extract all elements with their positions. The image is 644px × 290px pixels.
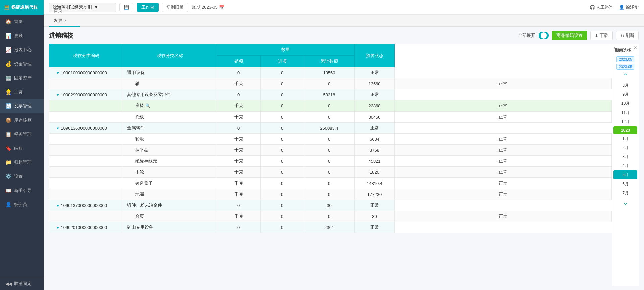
- panel-title: 期间选择: [615, 48, 631, 53]
- sidebar-item-2[interactable]: 📈报表中心: [0, 43, 44, 57]
- cell-purchase-13: 0: [304, 211, 355, 222]
- month-item-9[interactable]: 4月: [613, 161, 637, 170]
- sidebar-item-9[interactable]: 🔖结账: [0, 141, 44, 155]
- cell-purchase-14: 0: [261, 222, 304, 233]
- cell-status-2: 正常: [355, 89, 395, 100]
- sidebar-item-12[interactable]: 📖新手引导: [0, 184, 44, 198]
- month-item-1[interactable]: 9月: [613, 90, 637, 99]
- cell-code-13: [49, 211, 123, 222]
- sidebar-icon-4: 🏢: [5, 75, 11, 81]
- cell-status-13: 正常: [395, 211, 612, 222]
- calendar-icon[interactable]: 📅: [219, 5, 224, 10]
- cell-status-14: 正常: [355, 222, 395, 233]
- sidebar-item-6[interactable]: 🧾发票管理: [0, 99, 44, 113]
- expand-arrow-12[interactable]: ▼: [56, 204, 60, 208]
- sidebar-item-7[interactable]: 📦库存核算: [0, 113, 44, 127]
- save-button[interactable]: 💾: [119, 3, 133, 11]
- app-name: 畅捷通易代账: [11, 4, 38, 10]
- panel-down-arrow[interactable]: ⌄: [622, 198, 629, 208]
- sidebar-item-5[interactable]: 👷工资: [0, 85, 44, 99]
- month-item-2[interactable]: 10月: [613, 99, 637, 108]
- tab-0[interactable]: 首页: [49, 6, 80, 16]
- cell-purchase-3: 0: [304, 100, 355, 112]
- sidebar-label-8: 税务管理: [14, 131, 32, 137]
- cell-name-6: 轮毂: [123, 134, 217, 145]
- cell-status-7: 正常: [395, 145, 612, 156]
- month-item-3[interactable]: 11月: [613, 108, 637, 117]
- sidebar-label-10: 归档管理: [14, 159, 32, 165]
- table-row: 轮毂 千克 0 0 6634 正常: [49, 134, 612, 145]
- sidebar-item-3[interactable]: 💰资金管理: [0, 57, 44, 71]
- product-code-btn[interactable]: 商品编码设置: [552, 31, 587, 40]
- sidebar-label-5: 工资: [14, 89, 23, 95]
- period-panel: ⟩ 期间选择 ✕ 2023.05 2023.05 ⌃ 8月9月10月11月12月…: [612, 44, 639, 286]
- month-item-4[interactable]: 12月: [613, 117, 637, 126]
- month-item-6[interactable]: 1月: [613, 134, 637, 143]
- month-item-0[interactable]: 8月: [613, 81, 637, 90]
- sidebar-item-10[interactable]: 📁归档管理: [0, 155, 44, 169]
- workbench-button[interactable]: 工作台: [137, 3, 159, 12]
- cell-total-3: 22868: [355, 100, 395, 112]
- sidebar-item-11[interactable]: ⚙️设置: [0, 169, 44, 184]
- month-item-8[interactable]: 3月: [613, 152, 637, 161]
- sidebar-item-1[interactable]: 📊总账: [0, 29, 44, 43]
- cell-sale-13: 0: [261, 211, 304, 222]
- cell-code-0: ▼ 1090100000000000000: [49, 67, 123, 78]
- cell-sale-1: 0: [261, 78, 304, 89]
- data-table: 税收分类编码 税收分类名称 数量 预警状态 销项 进项 累计数额 ▼: [49, 44, 612, 233]
- topbar-right: 🎧 人工咨询 👤 徐泽华: [590, 4, 639, 10]
- expand-arrow-2[interactable]: ▼: [56, 93, 60, 97]
- month-item-12[interactable]: 7月: [613, 189, 637, 198]
- main-area: 沈海英测试经营勿删 ▼ 💾 工作台 切到旧版 账期 2023-05 📅 🎧 人工…: [44, 0, 644, 290]
- th-warning: 预警状态: [355, 44, 395, 67]
- th-purchase: 进项: [261, 56, 304, 67]
- table-row: 抹平盘 千克 0 0 3768 正常: [49, 145, 612, 156]
- cell-name-9: 手轮: [123, 167, 217, 178]
- page-header: 进销稽核 全部展开 商品编码设置 ⬇ 下载 ↻ 刷新: [49, 31, 639, 40]
- expand-arrow-14[interactable]: ▼: [56, 226, 60, 230]
- tab-1[interactable]: 发票×: [49, 16, 80, 26]
- period-label: 账期: [192, 4, 200, 10]
- cell-sale-2: 0: [217, 89, 261, 100]
- month-item-10[interactable]: 5月: [613, 170, 637, 179]
- cell-name-11: 地漏: [123, 189, 217, 200]
- cell-name-4: 托板: [123, 112, 217, 123]
- sidebar-item-13[interactable]: 👤畅会员: [0, 198, 44, 212]
- switch-version-button[interactable]: 切到旧版: [162, 3, 188, 12]
- panel-header: ⟩ 期间选择 ✕: [613, 46, 637, 55]
- month-item-7[interactable]: 2月: [613, 143, 637, 152]
- expand-arrow-0[interactable]: ▼: [56, 71, 60, 75]
- period-display: 账期 2023-05 📅: [192, 4, 224, 10]
- sidebar-label-4: 固定资产: [14, 75, 32, 81]
- sidebar-label-3: 资金管理: [14, 61, 32, 67]
- cell-purchase-7: 0: [304, 145, 355, 156]
- panel-collapse-icon[interactable]: ⟩: [613, 45, 615, 50]
- table-row: 手轮 千克 0 0 1820 正常: [49, 167, 612, 178]
- expand-arrow-5[interactable]: ▼: [56, 126, 60, 130]
- refresh-btn[interactable]: ↻ 刷新: [616, 31, 639, 40]
- sidebar-item-0[interactable]: 🏠首页: [0, 15, 44, 29]
- user-menu[interactable]: 👤 徐泽华: [619, 4, 639, 10]
- cell-purchase-0: 0: [261, 67, 304, 78]
- panel-close-icon[interactable]: ✕: [633, 45, 637, 50]
- cell-unit-6: 千克: [217, 134, 261, 145]
- search-icon[interactable]: 🔍: [145, 103, 150, 108]
- month-item-5[interactable]: 2023: [613, 126, 637, 134]
- toggle-label: 全部展开: [518, 32, 535, 39]
- cell-code-12: ▼ 1090137000000000000: [49, 200, 123, 211]
- panel-up-arrow[interactable]: ⌃: [622, 71, 629, 81]
- sidebar-label-13: 畅会员: [14, 202, 27, 208]
- tab-close-1[interactable]: ×: [64, 19, 66, 23]
- cell-total-13: 30: [355, 211, 395, 222]
- table-row: ▼ 1090201000000000000 矿山专用设备 0 0 2361 正常: [49, 222, 612, 233]
- sidebar-item-8[interactable]: 📋税务管理: [0, 127, 44, 141]
- sidebar-label-2: 报表中心: [14, 47, 32, 53]
- support-btn[interactable]: 🎧 人工咨询: [590, 4, 614, 10]
- sidebar-icon-8: 📋: [5, 131, 11, 137]
- cell-sale-12: 0: [217, 200, 261, 211]
- sidebar-unpin[interactable]: ◀◀ 取消固定: [0, 277, 44, 290]
- download-btn[interactable]: ⬇ 下载: [590, 31, 613, 40]
- cell-name-8: 绝缘导线壳: [123, 156, 217, 167]
- sidebar-item-4[interactable]: 🏢固定资产: [0, 71, 44, 85]
- month-item-11[interactable]: 6月: [613, 179, 637, 189]
